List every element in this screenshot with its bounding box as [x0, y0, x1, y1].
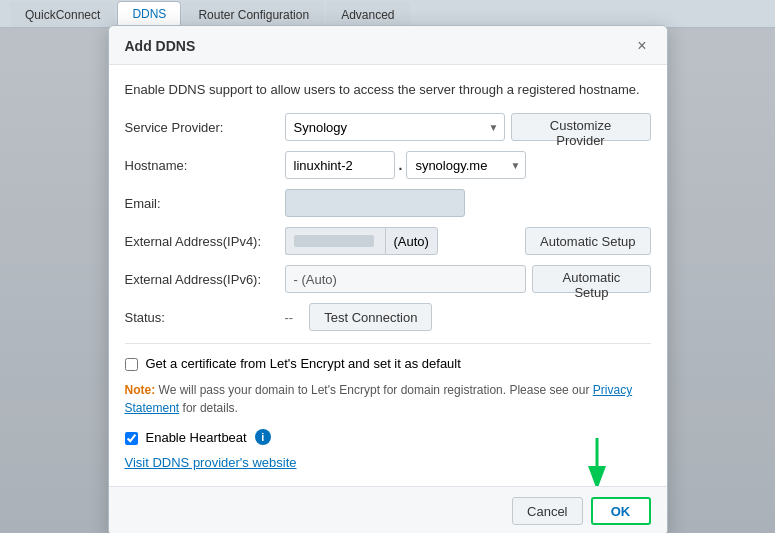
- status-value: --: [285, 310, 294, 325]
- dialog-footer: Cancel OK: [109, 486, 667, 533]
- visit-ddns-link[interactable]: Visit DDNS provider's website: [125, 455, 297, 470]
- service-provider-label: Service Provider:: [125, 120, 285, 135]
- hostname-row: Hostname: . synology.me ▼: [125, 151, 651, 179]
- note-section: Note: We will pass your domain to Let's …: [125, 381, 651, 417]
- ipv6-automatic-setup-button[interactable]: Automatic Setup: [532, 265, 650, 293]
- dialog-body: Enable DDNS support to allow users to ac…: [109, 65, 667, 486]
- heartbeat-info-icon[interactable]: i: [255, 429, 271, 445]
- visit-link-row: Visit DDNS provider's website: [125, 455, 651, 470]
- close-button[interactable]: ×: [633, 36, 650, 56]
- certificate-row: Get a certificate from Let's Encrypt and…: [125, 356, 651, 371]
- ipv4-auto-label: (Auto): [385, 227, 438, 255]
- note-suffix: for details.: [183, 401, 238, 415]
- ipv6-row: External Address(IPv6): Automatic Setup: [125, 265, 651, 293]
- ipv4-label: External Address(IPv4):: [125, 234, 285, 249]
- dialog-title: Add DDNS: [125, 38, 196, 54]
- test-connection-button[interactable]: Test Connection: [309, 303, 432, 331]
- hostname-dot-separator: .: [399, 157, 403, 173]
- dialog-header: Add DDNS ×: [109, 26, 667, 65]
- email-row: Email:: [125, 189, 651, 217]
- ipv4-value-blurred: [294, 235, 374, 247]
- divider-1: [125, 343, 651, 344]
- hostname-domain-select[interactable]: synology.me: [406, 151, 526, 179]
- note-prefix: Note:: [125, 383, 156, 397]
- email-label: Email:: [125, 196, 285, 211]
- cancel-button[interactable]: Cancel: [512, 497, 582, 525]
- hostname-domain-wrapper: synology.me ▼: [406, 151, 526, 179]
- ipv6-controls: Automatic Setup: [285, 265, 651, 293]
- email-controls: [285, 189, 651, 217]
- heartbeat-row: Enable Heartbeat i: [125, 429, 651, 445]
- heartbeat-label: Enable Heartbeat: [146, 430, 247, 445]
- hostname-controls: . synology.me ▼: [285, 151, 651, 179]
- ipv4-controls: (Auto) Automatic Setup: [285, 227, 651, 255]
- ipv6-input[interactable]: [285, 265, 527, 293]
- heartbeat-checkbox[interactable]: [125, 432, 138, 445]
- service-provider-select[interactable]: Synology: [285, 113, 505, 141]
- service-provider-row: Service Provider: Synology ▼ Customize P…: [125, 113, 651, 141]
- hostname-group: . synology.me ▼: [285, 151, 527, 179]
- tab-advanced[interactable]: Advanced: [326, 2, 409, 27]
- ok-button[interactable]: OK: [591, 497, 651, 525]
- hostname-label: Hostname:: [125, 158, 285, 173]
- status-label: Status:: [125, 310, 285, 325]
- email-input[interactable]: [285, 189, 465, 217]
- hostname-input[interactable]: [285, 151, 395, 179]
- ipv6-label: External Address(IPv6):: [125, 272, 285, 287]
- service-provider-controls: Synology ▼ Customize Provider: [285, 113, 651, 141]
- ipv4-row: External Address(IPv4): (Auto) Automatic…: [125, 227, 651, 255]
- status-controls: -- Test Connection: [285, 303, 651, 331]
- tab-router[interactable]: Router Configuration: [183, 2, 324, 27]
- certificate-checkbox[interactable]: [125, 358, 138, 371]
- tab-quickconnect[interactable]: QuickConnect: [10, 2, 115, 27]
- note-text: We will pass your domain to Let's Encryp…: [159, 383, 593, 397]
- status-row: Status: -- Test Connection: [125, 303, 651, 331]
- dialog-description: Enable DDNS support to allow users to ac…: [125, 81, 651, 99]
- tab-ddns[interactable]: DDNS: [117, 1, 181, 27]
- customize-provider-button[interactable]: Customize Provider: [511, 113, 651, 141]
- ipv4-automatic-setup-button[interactable]: Automatic Setup: [525, 227, 650, 255]
- service-provider-select-wrapper: Synology ▼: [285, 113, 505, 141]
- certificate-label: Get a certificate from Let's Encrypt and…: [146, 356, 461, 371]
